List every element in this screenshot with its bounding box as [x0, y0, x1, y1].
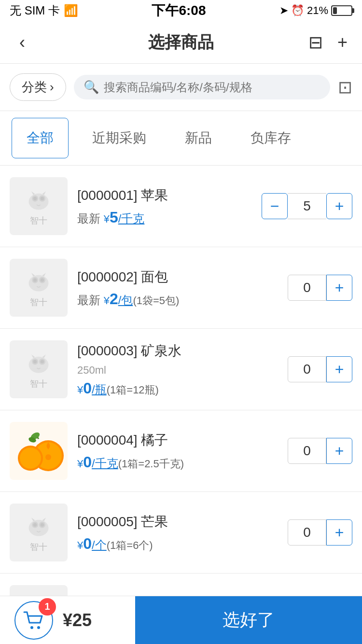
svg-point-18 [20, 448, 41, 469]
tabs-bar: 全部 近期采购 新品 负库存 [0, 111, 362, 166]
increase-button[interactable]: + [326, 275, 352, 301]
product-name: [0000003] 矿泉水 [77, 342, 278, 360]
tab-all[interactable]: 全部 [12, 118, 69, 158]
product-item: 智十 [0000003] 矿泉水 250ml ¥0/瓶(1箱=12瓶) + [0, 329, 362, 410]
svg-point-35 [30, 626, 33, 629]
product-info: [0000004] 橘子 ¥0/千克(1箱=2.5千克) [77, 431, 278, 471]
sim-status: 无 SIM 卡 [10, 3, 60, 18]
svg-point-3 [33, 196, 37, 200]
search-icon: 🔍 [84, 80, 99, 95]
orange-image [12, 424, 65, 477]
product-item: [0000004] 橘子 ¥0/千克(1箱=2.5千克) + [0, 410, 362, 492]
owl-logo-icon [25, 267, 52, 294]
svg-point-14 [41, 360, 44, 363]
product-name: [0000002] 面包 [77, 268, 278, 286]
tab-negative[interactable]: 负库存 [236, 118, 306, 158]
product-info: [0000005] 芒果 ¥0/个(1箱=6个) [77, 513, 278, 553]
cart-badge: 1 [39, 598, 56, 616]
product-info: [0000002] 面包 最新 ¥2/包(1袋=5包) [77, 268, 278, 308]
decrease-button[interactable]: − [262, 193, 288, 219]
tab-recent[interactable]: 近期采购 [77, 118, 161, 158]
owl-logo-icon [25, 512, 52, 539]
quantity-input[interactable] [288, 438, 326, 464]
product-price: ¥0/千克(1箱=2.5千克) [77, 453, 278, 471]
quantity-control: + [288, 356, 352, 382]
product-thumbnail [10, 422, 68, 480]
confirm-button[interactable]: 选好了 [135, 596, 362, 644]
svg-point-10 [28, 357, 48, 373]
product-info: [0000003] 矿泉水 250ml ¥0/瓶(1箱=12瓶) [77, 342, 278, 397]
quantity-control: + [288, 275, 352, 301]
quantity-input[interactable] [288, 519, 326, 546]
quantity-input[interactable] [288, 275, 326, 301]
location-icon: ➤ [279, 4, 288, 17]
product-item: 智十 [0000005] 芒果 ¥0/个(1箱=6个) + [0, 492, 362, 574]
product-spec: 250ml [77, 364, 278, 377]
status-bar: 无 SIM 卡 📶 下午6:08 ➤ ⏰ 21% [0, 0, 362, 21]
battery-icon [331, 5, 352, 16]
category-button[interactable]: 分类 › [10, 73, 66, 101]
product-thumbnail: 智十 [10, 340, 68, 398]
increase-button[interactable]: + [326, 438, 352, 464]
nav-bar: ‹ 选择商品 ⊟ + [0, 21, 362, 64]
svg-point-26 [41, 523, 44, 526]
product-list: 智十 [0000001] 苹果 最新 ¥5/千克 − + [0, 166, 362, 644]
filter-bar: 分类 › 🔍 ⊡ [0, 64, 362, 111]
add-icon[interactable]: + [337, 32, 348, 53]
quantity-control: + [288, 519, 352, 546]
cart-total: ¥25 [63, 610, 92, 630]
product-thumbnail: 智十 [10, 177, 68, 235]
product-name: [0000001] 苹果 [77, 186, 252, 205]
product-thumbnail: 智十 [10, 259, 68, 317]
svg-point-8 [33, 278, 37, 281]
svg-point-19 [45, 454, 51, 460]
product-name: [0000004] 橘子 [77, 431, 278, 449]
quantity-input[interactable] [288, 193, 326, 219]
increase-button[interactable]: + [326, 356, 352, 382]
page-title: 选择商品 [148, 31, 214, 54]
owl-logo-icon [25, 186, 52, 213]
product-item: 智十 [0000001] 苹果 最新 ¥5/千克 − + [0, 166, 362, 247]
svg-point-36 [37, 626, 40, 629]
svg-point-13 [33, 360, 37, 363]
svg-point-22 [28, 520, 48, 536]
category-label: 分类 [22, 79, 47, 96]
status-left: 无 SIM 卡 📶 [10, 3, 78, 18]
nav-actions: ⊟ + [308, 32, 348, 53]
scan-icon[interactable]: ⊡ [338, 77, 352, 98]
svg-point-25 [33, 523, 37, 526]
status-right: ➤ ⏰ 21% [279, 4, 352, 17]
search-input[interactable] [104, 81, 320, 94]
product-name: [0000005] 芒果 [77, 513, 278, 531]
status-time: 下午6:08 [152, 1, 206, 20]
category-arrow: › [50, 80, 54, 95]
quantity-control: + [288, 438, 352, 464]
battery-percent: 21% [307, 4, 328, 17]
brand-label: 智十 [30, 378, 47, 390]
tab-new[interactable]: 新品 [170, 118, 227, 158]
brand-label: 智十 [30, 296, 47, 308]
svg-point-9 [41, 278, 44, 281]
product-item: 智十 [0000002] 面包 最新 ¥2/包(1袋=5包) + [0, 247, 362, 329]
product-price: 最新 ¥2/包(1袋=5包) [77, 290, 278, 308]
cart-area: 1 ¥25 [0, 601, 135, 640]
product-info: [0000001] 苹果 最新 ¥5/千克 [77, 186, 252, 226]
svg-point-5 [28, 275, 48, 292]
search-box: 🔍 [74, 75, 330, 99]
bottom-bar: 1 ¥25 选好了 [0, 596, 362, 644]
increase-button[interactable]: + [326, 519, 352, 546]
quantity-input[interactable] [288, 356, 326, 382]
wifi-icon: 📶 [64, 4, 78, 17]
product-thumbnail: 智十 [10, 504, 68, 561]
quantity-control: − + [262, 193, 352, 219]
increase-button[interactable]: + [326, 193, 352, 219]
owl-logo-icon [25, 349, 52, 376]
filter-icon[interactable]: ⊟ [308, 32, 323, 53]
alarm-icon: ⏰ [291, 4, 304, 17]
brand-label: 智十 [30, 215, 47, 226]
product-price: 最新 ¥5/千克 [77, 209, 252, 226]
product-price: ¥0/个(1箱=6个) [77, 535, 278, 553]
back-button[interactable]: ‹ [14, 28, 30, 57]
cart-button[interactable]: 1 [14, 601, 53, 640]
product-price: ¥0/瓶(1箱=12瓶) [77, 379, 278, 397]
